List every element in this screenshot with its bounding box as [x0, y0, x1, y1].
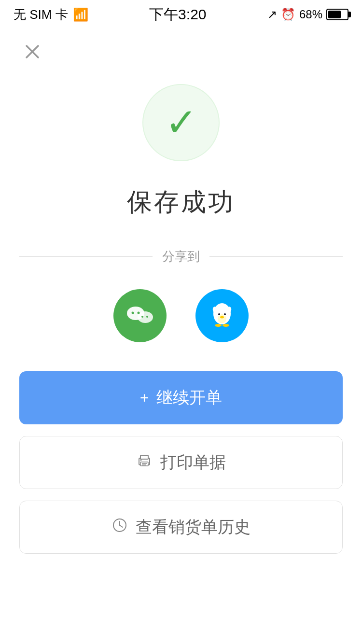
qq-icon [206, 299, 238, 332]
qq-share-button[interactable] [195, 289, 249, 342]
svg-point-25 [140, 460, 142, 461]
svg-point-15 [220, 316, 224, 319]
svg-point-5 [138, 312, 140, 314]
success-title: 保存成功 [127, 185, 235, 219]
share-divider: 分享到 [19, 248, 343, 265]
main-content: ✓ 保存成功 分享到 [0, 29, 362, 573]
alarm-icon: ⏰ [281, 8, 295, 21]
status-time: 下午3:20 [149, 5, 206, 25]
close-icon [25, 44, 40, 59]
svg-point-3 [138, 311, 153, 323]
history-button[interactable]: 查看销货单历史 [19, 501, 343, 554]
divider-right [209, 256, 343, 257]
svg-point-7 [146, 316, 148, 318]
svg-rect-22 [140, 462, 148, 466]
share-icons-container [19, 289, 343, 342]
wechat-icon [123, 299, 157, 333]
share-label: 分享到 [162, 248, 200, 265]
svg-point-14 [224, 313, 226, 315]
svg-point-6 [141, 316, 143, 318]
svg-point-18 [215, 324, 222, 327]
checkmark-icon: ✓ [165, 103, 197, 142]
battery-percent: 68% [299, 8, 322, 21]
status-bar: 无 SIM 卡 📶 下午3:20 ↗ ⏰ 68% [0, 0, 362, 29]
status-right: ↗ ⏰ 68% [267, 8, 348, 21]
svg-point-4 [132, 312, 134, 314]
plus-icon: + [140, 389, 149, 407]
print-button[interactable]: 打印单据 [19, 436, 343, 489]
close-button[interactable] [19, 39, 45, 65]
action-buttons: + 继续开单 打印单据 [19, 371, 343, 554]
share-section: 分享到 [19, 248, 343, 342]
battery-icon [326, 9, 348, 20]
continue-order-label: 继续开单 [156, 387, 222, 409]
continue-order-button[interactable]: + 继续开单 [19, 371, 343, 424]
svg-point-19 [223, 324, 229, 327]
location-icon: ↗ [267, 8, 277, 21]
success-circle: ✓ [142, 84, 220, 161]
status-left: 无 SIM 卡 📶 [14, 6, 88, 23]
wifi-icon: 📶 [73, 7, 88, 22]
clock-icon [111, 517, 128, 537]
divider-left [19, 256, 153, 257]
svg-point-13 [218, 313, 220, 315]
svg-line-28 [120, 525, 123, 527]
svg-rect-21 [140, 455, 148, 459]
wechat-share-button[interactable] [113, 289, 167, 342]
print-label: 打印单据 [160, 451, 226, 474]
history-label: 查看销货单历史 [136, 516, 251, 538]
printer-icon [136, 452, 153, 473]
carrier-label: 无 SIM 卡 [14, 6, 68, 23]
